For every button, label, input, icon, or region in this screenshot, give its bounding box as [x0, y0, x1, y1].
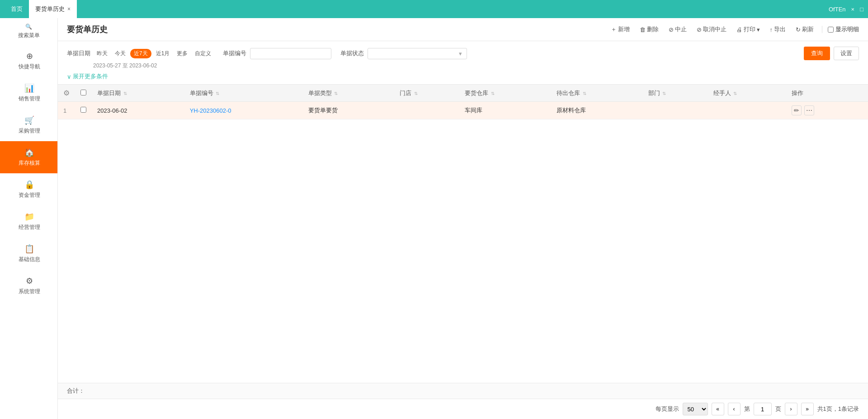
- date-yesterday[interactable]: 昨天: [94, 49, 110, 58]
- query-button[interactable]: 查询: [804, 47, 830, 60]
- chevron-down-icon: ∨: [67, 73, 71, 80]
- tab-requisition-history[interactable]: 要货单历史 ×: [29, 0, 77, 18]
- delete-icon: 🗑: [640, 26, 646, 33]
- select-all-checkbox[interactable]: [80, 90, 86, 95]
- main-layout: 🔍 搜索菜单 ⊕ 快捷导航 📊 销售管理 🛒 采购管理 🏠 库存核算 🔒 资金管…: [0, 18, 868, 419]
- delete-button[interactable]: 🗑 删除: [637, 24, 661, 35]
- sidebar: 🔍 搜索菜单 ⊕ 快捷导航 📊 销售管理 🛒 采购管理 🏠 库存核算 🔒 资金管…: [0, 18, 58, 419]
- sidebar-item-label: 采购管理: [19, 127, 40, 135]
- sort-req-warehouse-icon[interactable]: ⇅: [491, 91, 495, 96]
- show-detail-label: 显示明细: [835, 25, 859, 33]
- row-edit-button[interactable]: ✏: [792, 105, 802, 115]
- cell-req-warehouse: 车间库: [459, 102, 551, 119]
- th-store-label: 门店: [400, 90, 411, 96]
- purchase-icon: 🛒: [24, 115, 34, 125]
- th-handler-label: 经手人: [713, 90, 731, 96]
- cell-ops: ✏ ⋯: [786, 102, 868, 119]
- th-settings: ⚙: [58, 85, 75, 102]
- first-page-button[interactable]: «: [712, 403, 724, 415]
- table-row: 1 2023-06-02 YH-20230602-0 要货单要货 车间库 原材料…: [58, 102, 868, 119]
- status-input[interactable]: [368, 48, 467, 59]
- prev-page-button[interactable]: ‹: [728, 403, 741, 415]
- status-dropdown-icon[interactable]: ▾: [459, 50, 462, 57]
- sort-date-icon[interactable]: ⇅: [123, 91, 127, 96]
- sidebar-search-label: 搜索菜单: [18, 32, 40, 39]
- print-button[interactable]: 🖨 打印 ▾: [734, 24, 763, 35]
- tab-home[interactable]: 首页: [5, 0, 29, 18]
- system-icon: ⚙: [26, 276, 33, 286]
- bill-no-link[interactable]: YH-20230602-0: [190, 107, 231, 114]
- sidebar-item-basic-info[interactable]: 📋 基础信息: [0, 238, 57, 270]
- row-more-button[interactable]: ⋯: [804, 105, 814, 115]
- th-date: 单据日期 ⇅: [92, 85, 184, 102]
- sidebar-item-label: 经营管理: [19, 224, 40, 231]
- sidebar-item-label: 销售管理: [19, 95, 40, 103]
- operations-icon: 📁: [24, 212, 34, 222]
- page-number-input[interactable]: [754, 403, 772, 415]
- sort-handler-icon[interactable]: ⇅: [733, 91, 737, 96]
- header-actions: ＋ 新增 🗑 删除 ⊘ 中止 ⊘ 取消中止 🖨 打印: [608, 24, 859, 35]
- bill-no-input[interactable]: [250, 48, 331, 59]
- show-detail-checkbox[interactable]: [828, 27, 834, 33]
- window-maximize-icon[interactable]: □: [860, 6, 863, 13]
- new-label: 新增: [618, 25, 630, 33]
- sort-bill-type-icon[interactable]: ⇅: [334, 91, 338, 96]
- sidebar-item-system[interactable]: ⚙ 系统管理: [0, 270, 57, 302]
- sidebar-item-label: 资金管理: [19, 191, 40, 199]
- settings-button[interactable]: 设置: [834, 47, 859, 60]
- window-close-icon[interactable]: ×: [851, 6, 855, 13]
- sales-icon: 📊: [24, 83, 34, 93]
- date-range-text: 2023-05-27 至 2023-06-02: [93, 62, 157, 69]
- date-today[interactable]: 今天: [112, 49, 128, 58]
- filter-area: 单据日期 昨天 今天 近7天 近1月 更多 自定义 单据编号: [58, 41, 868, 85]
- sort-store-icon[interactable]: ⇅: [414, 91, 418, 96]
- date-custom[interactable]: 自定义: [192, 49, 214, 58]
- sidebar-item-operations[interactable]: 📁 经营管理: [0, 205, 57, 238]
- th-date-label: 单据日期: [97, 90, 121, 96]
- often-label: OfTEn: [829, 6, 846, 13]
- print-dropdown-icon: ▾: [757, 26, 760, 33]
- last-page-button[interactable]: »: [801, 403, 814, 415]
- export-button[interactable]: ↑ 导出: [767, 24, 789, 35]
- new-button[interactable]: ＋ 新增: [608, 24, 632, 35]
- sort-bill-no-icon[interactable]: ⇅: [216, 91, 219, 96]
- stop-label: 中止: [675, 25, 687, 33]
- per-page-select[interactable]: 10 20 50 100: [683, 403, 708, 415]
- next-page-button[interactable]: ›: [785, 403, 797, 415]
- sidebar-item-inventory[interactable]: 🏠 库存核算: [0, 141, 57, 173]
- sidebar-item-sales[interactable]: 📊 销售管理: [0, 77, 57, 109]
- footer-bar: 合计：: [58, 383, 868, 399]
- tab-close-icon[interactable]: ×: [67, 6, 71, 12]
- content-area: 要货单历史 ＋ 新增 🗑 删除 ⊘ 中止 ⊘ 取消中止: [58, 18, 868, 419]
- sidebar-item-quick-nav[interactable]: ⊕ 快捷导航: [0, 45, 57, 77]
- show-detail-checkbox-group[interactable]: 显示明细: [828, 25, 859, 33]
- page-header: 要货单历史 ＋ 新增 🗑 删除 ⊘ 中止 ⊘ 取消中止: [58, 18, 868, 41]
- sort-pending-warehouse-icon[interactable]: ⇅: [583, 91, 586, 96]
- page-title: 要货单历史: [67, 24, 108, 35]
- inventory-icon: 🏠: [24, 148, 34, 157]
- column-settings-icon[interactable]: ⚙: [63, 89, 70, 97]
- stop-button[interactable]: ⊘ 中止: [666, 24, 689, 35]
- cell-pending-warehouse: 原材料仓库: [551, 102, 643, 119]
- sidebar-search[interactable]: 🔍 搜索菜单: [0, 18, 57, 45]
- delete-label: 删除: [647, 25, 659, 33]
- cancel-stop-icon: ⊘: [697, 26, 702, 33]
- finance-icon: 🔒: [24, 180, 34, 190]
- basic-info-icon: 📋: [24, 244, 34, 254]
- refresh-button[interactable]: ↻ 刷新: [793, 24, 816, 35]
- date-1month[interactable]: 近1月: [153, 49, 173, 58]
- sort-department-icon[interactable]: ⇅: [662, 91, 666, 96]
- expand-more-btn[interactable]: ∨ 展开更多条件: [67, 72, 859, 81]
- status-filter-group: 单据状态 ▾: [340, 48, 462, 59]
- sidebar-item-finance[interactable]: 🔒 资金管理: [0, 173, 57, 205]
- sidebar-item-purchase[interactable]: 🛒 采购管理: [0, 109, 57, 141]
- row-checkbox[interactable]: [80, 107, 86, 113]
- print-label: 打印: [744, 25, 755, 33]
- cancel-stop-button[interactable]: ⊘ 取消中止: [694, 24, 729, 35]
- date-more[interactable]: 更多: [174, 49, 190, 58]
- search-icon: 🔍: [25, 24, 32, 30]
- th-bill-no-label: 单据编号: [190, 90, 213, 96]
- th-department-label: 部门: [648, 90, 660, 96]
- date-7days[interactable]: 近7天: [130, 49, 151, 58]
- divider: [822, 26, 822, 33]
